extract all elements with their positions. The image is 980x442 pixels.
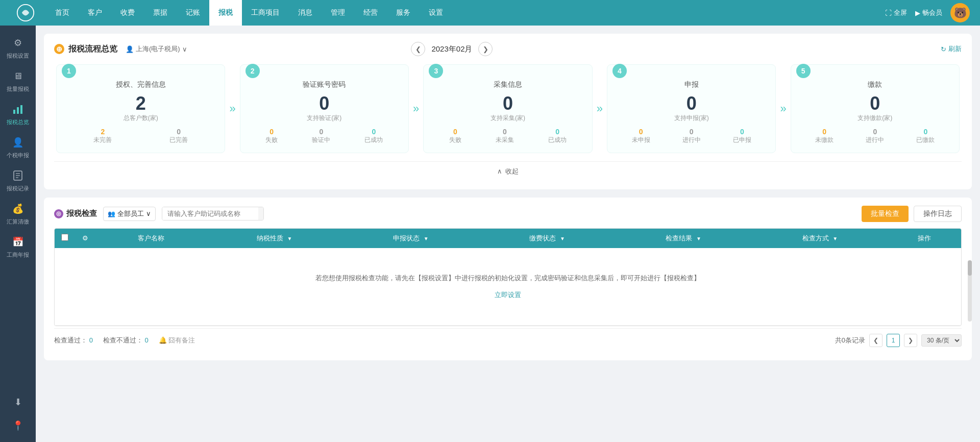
sidebar-item-personal-tax[interactable]: 👤 个税申报: [0, 130, 36, 163]
step-title-4: 申报: [616, 80, 767, 89]
step-subtitle-1: 总客户数(家): [65, 114, 216, 122]
sidebar-item-tax-overview[interactable]: 报税总览: [0, 97, 36, 130]
nav-operation[interactable]: 经营: [354, 0, 387, 26]
step-card-4: 4 申报 0 支持申报(家) 0 未申报 0 进行中: [607, 64, 776, 153]
next-page-button[interactable]: ❯: [904, 334, 917, 347]
check-card: ◎ 报税检查 👥 全部员工 ∨ 🔍 批量检查 操作日志: [44, 198, 972, 360]
th-check-result: 检查结果 ▼: [616, 229, 752, 248]
steps-row: 1 授权、完善信息 2 总客户数(家) 2 未完善 0 已完善: [54, 64, 962, 153]
footer-note: 🔔 囧有备注: [159, 336, 195, 345]
nav-invoice[interactable]: 票据: [144, 0, 177, 26]
nav-home[interactable]: 首页: [46, 0, 79, 26]
dropdown-icon: ∨: [146, 210, 151, 217]
main-content: ⊕ 报税流程总览 👤 上海(电子税局) ∨ ❮ 2023年02月 ❯ ↻ 刷新: [36, 26, 980, 442]
stat-complete: 0 已完善: [169, 128, 188, 144]
person-icon: 👤: [126, 45, 134, 53]
sidebar-item-download[interactable]: ⬇: [0, 390, 36, 413]
pagination: 共0条记录 ❮ 1 ❯ 30 条/页: [835, 334, 962, 347]
location-badge[interactable]: 👤 上海(电子税局) ∨: [126, 44, 187, 54]
arrow-4-5: »: [778, 102, 788, 115]
step-title-1: 授权、完善信息: [65, 80, 216, 89]
sidebar-item-clearing[interactable]: 💰 汇算清缴: [0, 197, 36, 230]
overview-header: ⊕ 报税流程总览 👤 上海(电子税局) ∨ ❮ 2023年02月 ❯ ↻ 刷新: [54, 42, 962, 56]
setup-link[interactable]: 立即设置: [495, 291, 521, 299]
step-num-1: 1: [62, 64, 76, 78]
current-month: 2023年02月: [431, 44, 472, 54]
svg-rect-1: [13, 110, 15, 114]
batch-check-button[interactable]: 批量检查: [862, 206, 909, 222]
total-records: 共0条记录: [835, 336, 865, 345]
vip-button[interactable]: ▶ 畅会员: [915, 8, 942, 17]
next-month-button[interactable]: ❯: [478, 42, 493, 56]
arrow-1-2: »: [227, 102, 237, 115]
play-icon: ▶: [915, 9, 920, 17]
step-stats-2: 0 失败 0 验证中 0 已成功: [249, 128, 400, 144]
th-checkbox: [55, 229, 75, 248]
month-nav: ❮ 2023年02月 ❯: [411, 42, 493, 56]
table-footer: 检查通过： 0 检查不通过： 0 🔔 囧有备注 共0条记录 ❮ 1 ❯: [54, 328, 962, 352]
th-customer-name: 客户名称: [95, 229, 206, 248]
nav-business[interactable]: 工商项目: [242, 0, 289, 26]
employee-filter[interactable]: 👥 全部员工 ∨: [103, 207, 156, 221]
sidebar-item-tax-settings[interactable]: ⚙ 报税设置: [0, 31, 36, 64]
empty-row: 若您想使用报税检查功能，请先在【报税设置】中进行报税的初始化设置，完成密码验证和…: [55, 248, 961, 326]
step-count-4: 0: [616, 93, 767, 114]
location-icon: 📍: [11, 419, 25, 433]
mascot-avatar[interactable]: 🐻: [950, 3, 970, 22]
nav-message[interactable]: 消息: [289, 0, 322, 26]
sidebar-item-location[interactable]: 📍: [0, 413, 36, 437]
filter-icon-pay[interactable]: ▼: [560, 236, 565, 241]
sidebar-item-batch-tax[interactable]: 🖥 批量报税: [0, 64, 36, 97]
filter-icon-method[interactable]: ▼: [832, 236, 838, 241]
refresh-button[interactable]: ↻ 刷新: [941, 44, 962, 54]
th-tax-nature: 纳税性质 ▼: [206, 229, 342, 248]
fullscreen-icon: ⛶: [885, 9, 892, 17]
personal-tax-icon: 👤: [11, 135, 25, 150]
step-num-4: 4: [612, 64, 627, 78]
step-card-5: 5 缴款 0 支持缴款(家) 0 未缴款 0 进行中: [791, 64, 960, 153]
nav-settings[interactable]: 设置: [420, 0, 452, 26]
nav-fee[interactable]: 收费: [111, 0, 144, 26]
first-page-button[interactable]: ❮: [869, 334, 883, 347]
prev-month-button[interactable]: ❮: [411, 42, 425, 56]
app-logo: [10, 0, 41, 26]
step-num-5: 5: [796, 64, 811, 78]
check-header: ◎ 报税检查 👥 全部员工 ∨ 🔍 批量检查 操作日志: [54, 206, 962, 222]
fullscreen-button[interactable]: ⛶ 全屏: [885, 8, 907, 17]
per-page-select[interactable]: 30 条/页: [921, 334, 962, 347]
sidebar: ⚙ 报税设置 🖥 批量报税 报税总览 👤 个税申报 报税记录 💰 汇算清缴: [0, 26, 36, 442]
step-stats-5: 0 未缴款 0 进行中 0 已缴款: [799, 128, 951, 144]
th-check-method: 检查方式 ▼: [752, 229, 888, 248]
filter-icon-result[interactable]: ▼: [696, 236, 701, 241]
top-right-actions: ⛶ 全屏 ▶ 畅会员 🐻: [885, 3, 970, 22]
nav-customer[interactable]: 客户: [79, 0, 111, 26]
filter-icon-declare[interactable]: ▼: [424, 236, 429, 241]
sidebar-item-tax-record[interactable]: 报税记录: [0, 163, 36, 197]
pass-count[interactable]: 0: [89, 336, 93, 344]
check-title-icon: ◎: [54, 209, 63, 218]
search-box: 🔍: [162, 207, 264, 220]
step-subtitle-5: 支持缴款(家): [799, 114, 951, 122]
fail-count[interactable]: 0: [144, 336, 148, 344]
collapse-icon: ∧: [497, 167, 502, 175]
operation-log-button[interactable]: 操作日志: [914, 206, 962, 222]
overview-title-icon: ⊕: [54, 44, 64, 54]
search-input[interactable]: [162, 207, 258, 220]
step-subtitle-3: 支持采集(家): [432, 114, 583, 122]
nav-tax[interactable]: 报税: [209, 0, 242, 26]
step-subtitle-2: 支持验证(家): [249, 114, 400, 122]
nav-manage[interactable]: 管理: [322, 0, 354, 26]
select-all-checkbox[interactable]: [61, 234, 68, 241]
filter-icon-tax[interactable]: ▼: [287, 236, 292, 241]
collapse-button[interactable]: ∧ 收起: [54, 162, 962, 181]
empty-content: 若您想使用报税检查功能，请先在【报税设置】中进行报税的初始化设置，完成密码验证和…: [61, 253, 955, 320]
step-card-2: 2 验证账号密码 0 支持验证(家) 0 失败 0 验证中: [240, 64, 409, 153]
search-button[interactable]: 🔍: [258, 207, 264, 220]
step-title-5: 缴款: [799, 80, 951, 89]
sidebar-item-annual-report[interactable]: 📅 工商年报: [0, 230, 36, 263]
nav-service[interactable]: 服务: [387, 0, 420, 26]
settings-icon[interactable]: ⚙: [82, 234, 88, 242]
refresh-icon: ↻: [941, 45, 946, 53]
current-page: 1: [887, 334, 900, 347]
nav-bookkeeping[interactable]: 记账: [177, 0, 209, 26]
